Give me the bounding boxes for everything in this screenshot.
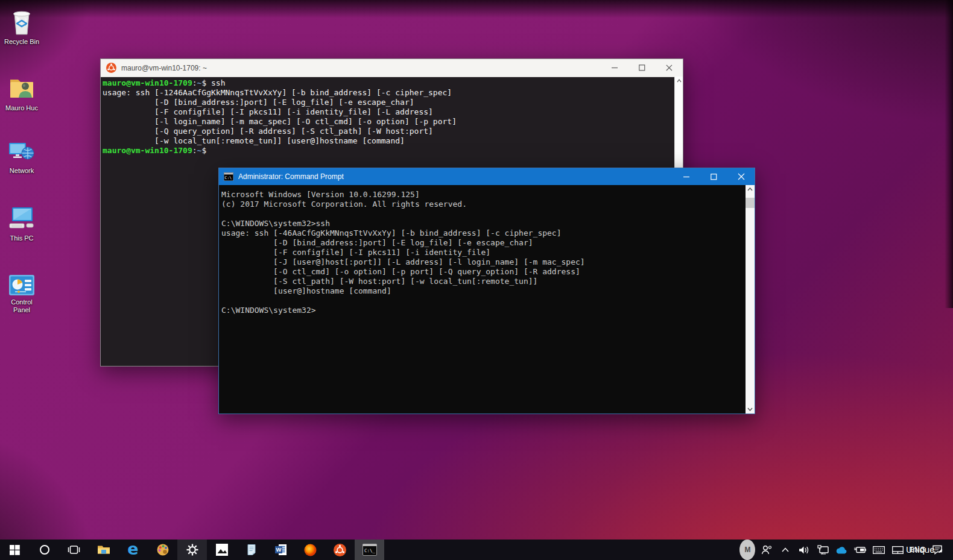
cmd-scrollbar-thumb[interactable] xyxy=(746,198,755,208)
ubuntu-maximize-button[interactable] xyxy=(628,59,656,77)
edge-icon: e xyxy=(127,541,138,557)
task-view-icon xyxy=(68,545,80,555)
ubuntu-logo-icon xyxy=(106,63,116,73)
desktop: Recycle Bin Mauro Huc Network xyxy=(0,0,953,560)
svg-text:C:\_: C:\_ xyxy=(364,548,376,553)
firefox-button[interactable] xyxy=(296,540,325,560)
paint-button[interactable] xyxy=(148,540,177,560)
file-explorer-button[interactable] xyxy=(89,540,118,560)
touchpad-icon xyxy=(892,546,904,554)
volume-button[interactable] xyxy=(797,540,811,560)
cmd-scrollbar[interactable] xyxy=(746,185,755,414)
chevron-up-icon xyxy=(782,547,789,552)
cmd-logo-icon: C:\ xyxy=(224,172,233,181)
this-pc-icon xyxy=(8,206,36,233)
ubuntu-minimize-button[interactable] xyxy=(601,59,628,77)
desktop-icon-this-pc[interactable]: This PC xyxy=(0,206,43,242)
word-icon: W xyxy=(275,544,287,556)
ubuntu-prompt-line-2: mauro@vm-win10-1709:~$ xyxy=(103,146,674,156)
notepad-button[interactable] xyxy=(236,540,266,560)
desktop-icon-label: Control Panel xyxy=(3,298,40,314)
command-prompt-window: C:\ Administrator: Command Prompt Micros… xyxy=(218,168,755,414)
windows-logo-icon xyxy=(10,545,20,555)
account-avatar[interactable]: M xyxy=(739,540,755,560)
ethernet-icon xyxy=(817,545,829,555)
battery-charging-icon xyxy=(854,546,866,553)
cmd-window-title: Administrator: Command Prompt xyxy=(238,172,668,181)
cortana-button[interactable] xyxy=(30,540,59,560)
ubuntu-window-title: mauro@vm-win10-1709: ~ xyxy=(121,64,597,72)
control-panel-icon xyxy=(9,275,34,297)
ubuntu-prompt-line-1: mauro@vm-win10-1709:~$ ssh xyxy=(103,78,674,88)
command-prompt-taskbar-button[interactable]: C:\_ xyxy=(355,540,384,560)
notepad-icon xyxy=(246,544,257,556)
desktop-icon-recycle-bin[interactable]: Recycle Bin xyxy=(0,8,43,46)
people-icon xyxy=(761,545,772,555)
network-icon xyxy=(8,139,36,165)
recycle-bin-icon xyxy=(9,8,34,36)
desktop-icon-label: This PC xyxy=(10,234,33,242)
cmd-output-text: Microsoft Windows [Version 10.0.16299.12… xyxy=(221,190,746,315)
touchpad-button[interactable] xyxy=(890,540,905,560)
desktop-icon-control-panel[interactable]: Control Panel xyxy=(0,275,43,314)
ubuntu-window-titlebar[interactable]: mauro@vm-win10-1709: ~ xyxy=(101,59,683,77)
cmd-terminal-content[interactable]: Microsoft Windows [Version 10.0.16299.12… xyxy=(219,185,746,414)
ubuntu-icon xyxy=(334,544,346,556)
cmd-icon: C:\_ xyxy=(363,544,377,556)
people-button[interactable] xyxy=(759,540,774,560)
desktop-icon-user-folder[interactable]: Mauro Huc xyxy=(0,75,43,112)
onedrive-cloud-icon xyxy=(835,546,847,554)
desktop-icon-label: Mauro Huc xyxy=(5,104,38,112)
user-folder-icon xyxy=(8,75,36,102)
scroll-up-icon[interactable] xyxy=(747,187,753,191)
desktop-icon-label: Network xyxy=(10,167,34,175)
word-button[interactable]: W xyxy=(266,540,296,560)
gear-icon xyxy=(186,544,198,556)
scroll-down-icon[interactable] xyxy=(747,407,753,411)
svg-text:W: W xyxy=(276,546,281,553)
cortana-icon xyxy=(39,544,50,555)
ubuntu-taskbar-button[interactable] xyxy=(325,540,355,560)
touch-keyboard-button[interactable] xyxy=(872,540,886,560)
photos-button[interactable] xyxy=(207,540,236,560)
start-button[interactable] xyxy=(0,540,30,560)
svg-text:C:\: C:\ xyxy=(225,175,232,180)
settings-button[interactable] xyxy=(177,540,207,560)
taskbar: e xyxy=(0,540,953,560)
paint-icon xyxy=(157,544,169,556)
cmd-minimize-button[interactable] xyxy=(673,168,700,185)
watermark-text: Unique xyxy=(906,544,935,555)
show-hidden-icons-button[interactable] xyxy=(778,540,793,560)
desktop-icon-network[interactable]: Network xyxy=(0,139,43,175)
ubuntu-close-button[interactable] xyxy=(656,59,683,77)
desktop-icon-label: Recycle Bin xyxy=(4,38,39,46)
task-view-button[interactable] xyxy=(59,540,89,560)
firefox-icon xyxy=(304,544,317,556)
photos-icon xyxy=(216,544,228,556)
file-explorer-icon xyxy=(97,544,110,555)
cmd-window-titlebar[interactable]: C:\ Administrator: Command Prompt xyxy=(219,168,755,185)
ubuntu-ssh-usage-output: usage: ssh [-1246AaCfGgKkMNnqsTtVvXxYy] … xyxy=(103,88,674,146)
speaker-icon xyxy=(799,546,809,555)
scroll-up-icon[interactable] xyxy=(677,79,682,83)
ubuntu-command: ssh xyxy=(206,78,225,87)
onedrive-button[interactable] xyxy=(834,540,849,560)
edge-button[interactable]: e xyxy=(118,540,148,560)
cmd-close-button[interactable] xyxy=(727,168,755,185)
cmd-maximize-button[interactable] xyxy=(700,168,727,185)
network-status-button[interactable] xyxy=(815,540,830,560)
keyboard-icon xyxy=(873,546,885,554)
battery-button[interactable] xyxy=(853,540,867,560)
